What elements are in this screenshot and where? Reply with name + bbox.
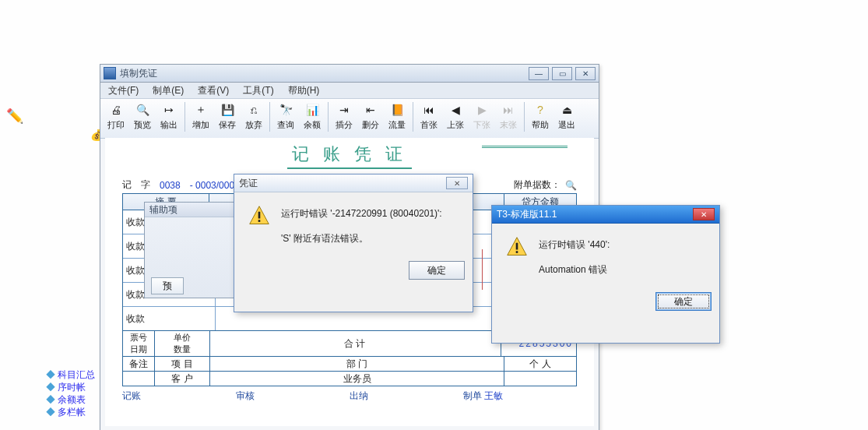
maximize-button[interactable]: ▭ xyxy=(552,67,572,80)
tb-exit[interactable]: ⏏退出 xyxy=(554,100,579,135)
menu-make[interactable]: 制单(E) xyxy=(153,84,184,97)
tb-preview[interactable]: 🔍预览 xyxy=(130,100,155,135)
chart-icon: 📊 xyxy=(304,102,320,118)
sales-label: 业务员 xyxy=(210,372,504,386)
remark-label: 备注 xyxy=(123,357,155,371)
help-icon: ? xyxy=(532,102,548,118)
zi-label: 字 xyxy=(141,178,150,192)
qty-label: 数量 xyxy=(174,344,191,355)
dialog1-line2: 'S' 附近有语法错误。 xyxy=(281,230,442,247)
tb-output[interactable]: ↦输出 xyxy=(156,100,181,135)
svg-rect-4 xyxy=(516,243,518,250)
tb-next[interactable]: ▶下张 xyxy=(469,100,494,135)
info-block: 备注 项 目 部 门 个 人 客 户 业务员 xyxy=(122,357,577,386)
tb-first[interactable]: ⏮首张 xyxy=(416,100,441,135)
left-side-links: 科目汇总 序时帐 余额表 多栏帐 xyxy=(46,368,95,418)
ji-label: 记 xyxy=(122,178,132,192)
helper-title: 辅助项 xyxy=(145,203,243,217)
dialog1-line1: 运行时错误 '-2147220991 (80040201)': xyxy=(281,205,442,222)
menu-help[interactable]: 帮助(H) xyxy=(288,84,320,97)
warning-icon xyxy=(506,236,528,258)
error-dialog-syntax: 凭证 ✕ 运行时错误 '-2147220991 (80040201)': 'S'… xyxy=(234,174,473,312)
preview-icon: 🔍 xyxy=(135,102,150,118)
helper-panel[interactable]: 辅助项 预 xyxy=(144,202,244,298)
close-button[interactable]: ✕ xyxy=(575,67,596,80)
heji-label: 合 计 xyxy=(344,337,365,351)
tb-last[interactable]: ⏭末张 xyxy=(496,100,521,135)
menubar: 文件(F) 制单(E) 查看(V) 工具(T) 帮助(H) xyxy=(100,83,599,99)
dialog2-ok-button[interactable]: 确定 xyxy=(655,292,712,311)
dialog2-title: T3-标准版11.1 xyxy=(497,208,693,221)
helper-yu-button[interactable]: 预 xyxy=(151,277,184,294)
window-title: 填制凭证 xyxy=(120,67,529,80)
dialog2-titlebar[interactable]: T3-标准版11.1 ✕ xyxy=(492,206,719,224)
side-link[interactable]: 多栏帐 xyxy=(46,406,95,418)
dialog2-line2: Automation 错误 xyxy=(539,261,610,278)
tb-print[interactable]: 🖨打印 xyxy=(104,100,128,135)
side-link[interactable]: 余额表 xyxy=(46,393,95,406)
menu-tool[interactable]: 工具(T) xyxy=(243,84,273,97)
price-label: 单价 xyxy=(174,332,191,344)
tb-balance[interactable]: 📊余额 xyxy=(300,100,325,135)
svg-rect-5 xyxy=(516,251,518,253)
flow-icon: 📙 xyxy=(389,102,405,118)
toolbar: 🖨打印 🔍预览 ↦输出 ＋增加 💾保存 ⎌放弃 🔭查询 📊余额 ⇥插分 ⇤删分 … xyxy=(100,99,599,139)
tb-abandon[interactable]: ⎌放弃 xyxy=(241,100,266,135)
tb-delete-line[interactable]: ⇤删分 xyxy=(358,100,383,135)
insert-icon: ⇥ xyxy=(336,102,352,118)
tb-flow[interactable]: 📙流量 xyxy=(385,100,409,135)
titlebar[interactable]: 填制凭证 — ▭ ✕ xyxy=(100,65,599,83)
desktop-pencil-icon: ✏️ xyxy=(6,108,23,125)
tb-save[interactable]: 💾保存 xyxy=(215,100,240,135)
delete-icon: ⇤ xyxy=(363,102,378,118)
voucher-title: 记 账 凭 证 xyxy=(287,143,412,169)
output-icon: ↦ xyxy=(161,102,177,118)
attachment-label: 附单据数： xyxy=(514,178,561,192)
menu-view[interactable]: 查看(V) xyxy=(198,84,229,97)
footer: 记账 审核 出纳 制单 王敏 xyxy=(122,389,577,403)
svg-rect-1 xyxy=(258,212,261,219)
minimize-button[interactable]: — xyxy=(529,67,549,80)
app-icon xyxy=(104,67,116,79)
search-icon: 🔭 xyxy=(278,102,293,118)
dialog1-titlebar[interactable]: 凭证 ✕ xyxy=(234,174,473,192)
side-link[interactable]: 科目汇总 xyxy=(46,368,95,381)
svg-rect-2 xyxy=(258,220,261,222)
voucher-no[interactable]: 0038 xyxy=(160,180,181,191)
tb-prev[interactable]: ◀上张 xyxy=(443,100,468,135)
cell-summary[interactable]: 收款 xyxy=(123,307,216,330)
tb-find[interactable]: 🔭查询 xyxy=(273,100,298,135)
f-maker: 制单 xyxy=(463,390,482,401)
dialog1-ok-button[interactable]: 确定 xyxy=(409,261,465,280)
error-dialog-automation: T3-标准版11.1 ✕ 运行时错误 '440': Automation 错误 … xyxy=(491,205,720,344)
menu-file[interactable]: 文件(F) xyxy=(108,84,139,97)
f-cashier: 出纳 xyxy=(350,389,463,403)
exit-icon: ⏏ xyxy=(559,102,575,118)
customer-label: 客 户 xyxy=(155,372,210,386)
person-label: 个 人 xyxy=(504,357,576,371)
voucher-fraction: - 0003/0003 xyxy=(190,180,240,191)
warning-icon xyxy=(248,205,270,227)
print-icon: 🖨 xyxy=(108,102,124,118)
abandon-icon: ⎌ xyxy=(246,102,262,118)
side-link[interactable]: 序时帐 xyxy=(46,381,95,393)
dialog2-line1: 运行时错误 '440': xyxy=(539,236,610,253)
lookup-icon[interactable]: 🔍 xyxy=(565,180,577,191)
save-icon: 💾 xyxy=(220,102,235,118)
project-label: 项 目 xyxy=(155,357,210,371)
dialog1-close-button[interactable]: ✕ xyxy=(446,177,468,189)
tb-insert-line[interactable]: ⇥插分 xyxy=(332,100,357,135)
add-icon: ＋ xyxy=(193,102,209,118)
first-icon: ⏮ xyxy=(421,102,437,118)
date-label2: 日期 xyxy=(130,344,147,355)
decor-line xyxy=(482,146,568,148)
tb-help[interactable]: ?帮助 xyxy=(528,100,553,135)
last-icon: ⏭ xyxy=(501,102,516,118)
dialog2-close-button[interactable]: ✕ xyxy=(693,208,715,220)
ticket-label: 票号 xyxy=(130,332,147,344)
f-entry: 记账 xyxy=(122,389,236,403)
next-icon: ▶ xyxy=(474,102,490,118)
tb-add[interactable]: ＋增加 xyxy=(188,100,213,135)
f-maker-value: 王敏 xyxy=(484,390,503,401)
dialog1-title: 凭证 xyxy=(239,177,446,190)
